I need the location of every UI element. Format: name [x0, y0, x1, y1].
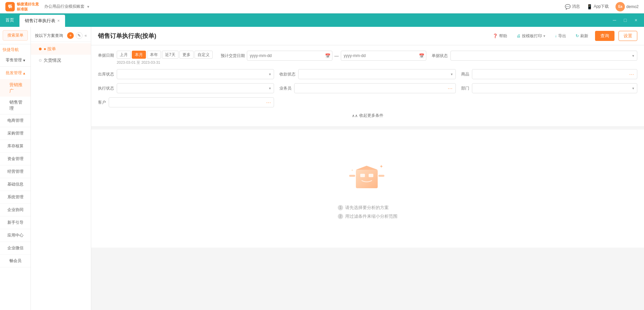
salesman-input[interactable]: ··· [294, 83, 455, 93]
filter-date-section: 单据日期 上月 本月 本年 近7天 更多 自定义 2023-03-01 至 20… [98, 51, 215, 65]
outstock-dropdown[interactable]: ▾ [117, 69, 274, 79]
tab-sales-order-label: 销售订单执行表 [25, 18, 55, 24]
main-layout: 搜索菜单 快捷导航 零售管理 ▾ 批发管理 ▴ 营销推广 销售管理 电商管理 采… [0, 27, 644, 310]
sidebar-item-retail[interactable]: 零售管理 ▾ [0, 54, 31, 66]
sidebar-subitem-sales[interactable]: 销售管理 [0, 97, 31, 114]
help-btn[interactable]: ❓ 帮助 [490, 32, 510, 40]
avatar: Ea [615, 2, 625, 11]
collection-dropdown-icon: ▾ [451, 72, 453, 76]
logo-text: 畅捷通好生意 标准版 [17, 2, 39, 11]
goods-input[interactable]: ··· [472, 69, 637, 79]
sidebar-item-operations[interactable]: 经营管理 [0, 165, 31, 178]
scheme-dot-shortage [39, 59, 42, 62]
refresh-btn[interactable]: ↻ 刷新 [573, 32, 591, 40]
date-btn-more[interactable]: 更多 [179, 51, 194, 59]
search-btn[interactable]: 查询 [595, 31, 614, 41]
scheme-item-by-order[interactable]: ● 按单 [31, 43, 91, 55]
sidebar-item-purchase[interactable]: 采购管理 [0, 127, 31, 140]
print-btn[interactable]: 🖨 按模板打印 ▾ [514, 32, 548, 40]
date-btn-7days[interactable]: 近7天 [162, 51, 178, 59]
collapse-filters-btn[interactable]: ∧∧ 收起更多条件 [98, 110, 637, 121]
tab-home[interactable]: 首页 [0, 17, 19, 23]
wholesale-label: 批发管理 [6, 70, 22, 76]
date-btn-this-month[interactable]: 本月 [132, 51, 146, 59]
export-label: 导出 [558, 33, 566, 39]
date-btn-last-month[interactable]: 上月 [117, 51, 131, 59]
topbar-right: 💬 消息 📱 App下载 Ea demo2 [565, 2, 639, 11]
app-download-btn[interactable]: 📱 App下载 [587, 4, 609, 9]
collapse-up-icon: ∧∧ [352, 113, 358, 118]
add-scheme-btn[interactable]: + [67, 32, 74, 39]
empty-illustration: ✦ ✦ [347, 156, 388, 197]
edit-scheme-btn[interactable]: ✎ [76, 32, 83, 39]
filter-outstock: 出库状态 ▾ [98, 69, 274, 79]
empty-tips: 1 请先选择要分析的方案 2 用过滤条件来缩小分析范围 [338, 203, 397, 221]
svg-text:✦: ✦ [351, 168, 354, 172]
sidebar-item-member[interactable]: 畅会员 [0, 255, 31, 267]
user-name: demo2 [626, 4, 639, 9]
date-btn-this-year[interactable]: 本年 [147, 51, 161, 59]
minimize-btn[interactable]: ─ [610, 16, 619, 24]
filter-row-3: 执行状态 ▾ 业务员 ··· 部门 [98, 83, 637, 93]
topbar: 畅 畅捷通好生意 标准版 办公用品行业模拟账套 ▾ 💬 消息 📱 App下载 E… [0, 0, 644, 13]
collection-dropdown[interactable]: ▾ [298, 69, 455, 79]
sidebar-item-basic[interactable]: 基础信息 [0, 178, 31, 191]
maximize-btn[interactable]: □ [621, 16, 629, 24]
filter-row-1: 单据日期 上月 本月 本年 近7天 更多 自定义 2023-03-01 至 20… [98, 51, 637, 65]
date-btn-custom[interactable]: 自定义 [195, 51, 213, 59]
svg-rect-2 [360, 174, 365, 177]
filter-customer: 客户 ··· [98, 97, 274, 107]
sidebar-item-inventory[interactable]: 库存核算 [0, 140, 31, 153]
export-btn[interactable]: ↓ 导出 [552, 32, 569, 40]
sales-label: 销售管理 [9, 99, 26, 111]
tab-close-btn[interactable]: × [57, 18, 60, 23]
sidebar-item-ecommerce[interactable]: 电商管理 [0, 114, 31, 127]
sidebar-subitem-marketing[interactable]: 营销推广 [0, 79, 31, 97]
filter-department: 部门 ▾ [461, 83, 637, 93]
scheme-dot [39, 48, 42, 50]
sidebar-group-retail: 零售管理 ▾ [0, 54, 31, 67]
filter-collection: 收款状态 ▾ [279, 69, 455, 79]
sidebar-item-apps[interactable]: 应用中心 [0, 229, 31, 242]
sidebar-item-enterprise[interactable]: 企业协同 [0, 204, 31, 216]
retail-label: 零售管理 [6, 57, 22, 63]
settings-btn[interactable]: 设置 [619, 31, 637, 41]
filter-status: 单据状态 ▾ [432, 51, 637, 61]
forecast-date-start-input[interactable] [247, 51, 332, 61]
tip-text-2: 用过滤条件来缩小分析范围 [345, 212, 397, 221]
wholesale-expand-icon: ▴ [23, 71, 25, 75]
sidebar-item-guide[interactable]: 新手引导 [0, 216, 31, 229]
collapse-label: 收起更多条件 [359, 113, 383, 118]
department-label: 部门 [461, 86, 469, 91]
sidebar: 搜索菜单 快捷导航 零售管理 ▾ 批发管理 ▴ 营销推广 销售管理 电商管理 采… [0, 27, 31, 310]
forecast-date-end-input[interactable] [341, 51, 426, 61]
svg-text:✦: ✦ [379, 164, 383, 169]
calendar-start-icon[interactable]: 📅 [325, 53, 330, 58]
sidebar-item-wechat[interactable]: 企业微信 [0, 242, 31, 255]
tabbar-right: ─ □ × [610, 16, 644, 24]
window-close-btn[interactable]: × [632, 16, 640, 24]
user-area[interactable]: Ea demo2 [615, 2, 639, 11]
message-btn[interactable]: 💬 消息 [565, 4, 580, 9]
topbar-left: 畅 畅捷通好生意 标准版 办公用品行业模拟账套 ▾ [5, 2, 89, 11]
date-separator: — [334, 53, 339, 58]
scheme-item-shortage[interactable]: 欠货情况 [31, 55, 91, 66]
tab-sales-order[interactable]: 销售订单执行表 × [19, 15, 65, 27]
status-label: 单据状态 [432, 53, 448, 59]
department-dropdown[interactable]: ▾ [472, 83, 637, 93]
filter-area: 单据日期 上月 本月 本年 近7天 更多 自定义 2023-03-01 至 20… [91, 45, 644, 127]
status-dropdown[interactable]: ▾ [450, 51, 637, 61]
app-title-dropdown-icon[interactable]: ▾ [87, 4, 89, 9]
calendar-end-icon[interactable]: 📅 [419, 53, 424, 58]
sidebar-item-wholesale[interactable]: 批发管理 ▴ [0, 67, 31, 79]
sidebar-nav-title[interactable]: 快捷导航 [0, 44, 31, 54]
svg-marker-1 [356, 166, 378, 170]
execution-dropdown[interactable]: ▾ [117, 83, 274, 93]
sidebar-item-system[interactable]: 系统管理 [0, 191, 31, 204]
customer-input[interactable]: ··· [109, 97, 274, 107]
collapse-panel-btn[interactable]: « [85, 33, 87, 38]
retail-expand-icon: ▾ [23, 58, 25, 63]
search-menu-btn[interactable]: 搜索菜单 [3, 30, 28, 41]
outstock-label: 出库状态 [98, 71, 114, 77]
sidebar-item-finance[interactable]: 资金管理 [0, 153, 31, 165]
